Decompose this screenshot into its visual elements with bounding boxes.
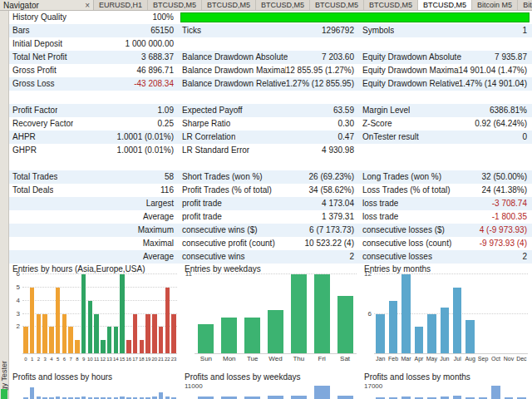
x-tick-label: 4	[48, 355, 55, 363]
bar	[126, 340, 131, 353]
result-tab[interactable]: Bitcoin M5	[518, 0, 532, 10]
bar	[94, 314, 98, 354]
bar	[314, 386, 330, 399]
metric-cell: Symbols1	[359, 24, 532, 37]
metric-label	[9, 210, 12, 224]
metric-value: 32 (50.00%)	[482, 170, 532, 184]
metric-label: Balance Drawdown Maximal	[179, 64, 286, 77]
metric-cell: Recovery Factor0.25	[9, 117, 179, 131]
metric-value: 0.25	[158, 117, 179, 131]
bar	[68, 327, 72, 353]
bar	[427, 314, 436, 354]
metric-label: loss trade	[359, 210, 398, 224]
metric-value: 1.47% (14 901.04)	[459, 77, 532, 91]
metric-cell: AHPR1.0001 (0.01%)	[9, 131, 179, 144]
result-tab[interactable]: BTCUSD,M5	[364, 0, 418, 10]
bar	[198, 324, 214, 353]
metric-value: 10 523.22 (4)	[305, 237, 360, 250]
metric-cell: Gross Profit46 896.71	[9, 64, 179, 77]
x-tick-label: Feb	[387, 355, 399, 363]
chart-plot: 11000	[183, 382, 357, 399]
x-tick-label: 20	[151, 355, 158, 363]
x-tick-label: Jan	[374, 355, 387, 363]
chart: Profits and losses by hours	[9, 372, 181, 399]
metric-label: History Quality	[9, 11, 66, 24]
result-tab[interactable]: BTCUSD,M5	[148, 0, 202, 10]
navigator-panel-header: Navigator ×	[0, 0, 94, 11]
metric-label	[359, 37, 362, 51]
report-row: Maximumconsecutive wins ($)6 (7 173.73)c…	[9, 224, 532, 237]
metric-label: Expected Payoff	[179, 104, 243, 117]
report-row: Profit Factor1.09Expected Payoff63.59Mar…	[9, 104, 532, 117]
report-row: Total Net Profit3 688.37Balance Drawdown…	[9, 51, 532, 64]
result-tab[interactable]: BTCUSD,M5	[256, 0, 310, 10]
result-tab[interactable]: Bitcoin M5	[472, 0, 518, 10]
metric-label: profit trade	[179, 210, 222, 224]
report-row: GHPR1.0001 (0.01%)LR Standard Error4 930…	[9, 144, 532, 157]
metric-cell: Short Trades (won %)26 (69.23%)	[179, 170, 359, 184]
metric-label: consecutive wins	[179, 250, 245, 264]
metric-label: Total Net Profit	[9, 51, 67, 64]
x-tick-label: 0	[22, 355, 29, 363]
x-tick-label: Apr	[412, 355, 425, 363]
metric-cell: profit trade4 173.04	[179, 197, 359, 210]
result-tab[interactable]: EURUSD,H1	[94, 0, 148, 10]
metric-label: Balance Drawdown Relative	[179, 77, 286, 91]
metric-label: GHPR	[9, 144, 37, 157]
x-tick-label: 22	[165, 355, 171, 363]
metric-cell: Balance Drawdown Absolute7 203.60	[179, 51, 359, 64]
metric-value: 0.92 (64.24%)	[475, 117, 532, 131]
metric-cell: Profit Factor1.09	[9, 104, 179, 117]
bar	[81, 274, 86, 353]
metric-cell: Z-Score0.92 (64.24%)	[359, 117, 532, 131]
metric-value: 1 000 000.00	[126, 37, 179, 51]
bar	[30, 288, 34, 353]
bar	[62, 314, 66, 354]
metric-value: Average	[143, 210, 179, 224]
chart-plot: 2345601234567891011121314151617181920212…	[22, 274, 177, 363]
close-icon[interactable]: ×	[85, 1, 93, 10]
bar	[453, 288, 461, 353]
result-tab[interactable]: BTCUSD,M5	[310, 0, 364, 10]
chart: Entries by weekdays11SunMonTueWedThuFriS…	[181, 264, 361, 363]
metric-label: LR Correlation	[179, 131, 235, 144]
metric-label	[9, 197, 12, 210]
metric-value: Maximal	[143, 237, 179, 250]
y-tick-label: 11	[181, 271, 192, 278]
metric-label: Loss Trades (% of total)	[359, 184, 451, 197]
result-tab[interactable]: BTCUSD,M5	[202, 0, 256, 10]
result-tab[interactable]: BTCUSD,M5	[418, 0, 472, 10]
bar	[291, 396, 307, 399]
bar	[244, 318, 260, 353]
x-tick-label: Wed	[264, 355, 288, 363]
x-tick-label: 15	[119, 355, 126, 363]
y-tick-label: 3	[9, 311, 20, 318]
chart-plot: 612JanFebMarAprMayJunJulAugSepOctNovDec	[374, 274, 528, 363]
metric-cell: Total Net Profit3 688.37	[9, 51, 179, 64]
bar	[37, 314, 41, 354]
metric-value: 1 379.31	[322, 210, 359, 224]
metric-label: Equity Drawdown Relative	[359, 77, 459, 91]
report-row: Maximalconsecutive profit (count)10 523.…	[9, 237, 532, 250]
metric-label: consecutive wins ($)	[179, 224, 258, 237]
x-tick-label: Dec	[515, 355, 528, 363]
bar	[56, 288, 60, 353]
bar	[159, 392, 163, 399]
metric-label: profit trade	[179, 197, 222, 210]
bar	[140, 340, 144, 353]
bar	[88, 301, 92, 353]
x-tick-label: Aug	[464, 355, 476, 363]
metric-value: 2	[522, 250, 532, 264]
metric-cell: Maximum	[9, 224, 179, 237]
metric-value: 116	[160, 184, 179, 197]
bar	[42, 314, 47, 354]
metric-cell: Total Deals116	[9, 184, 179, 197]
x-tick-label: Mon	[218, 355, 241, 363]
x-tick-label: 5	[55, 355, 62, 363]
metric-value: 4 173.04	[322, 197, 359, 210]
metric-label: Bars	[9, 24, 30, 37]
bar	[291, 274, 307, 353]
x-tick-label: 6	[62, 355, 68, 363]
metric-label: OnTester result	[359, 131, 419, 144]
bar	[221, 318, 237, 353]
